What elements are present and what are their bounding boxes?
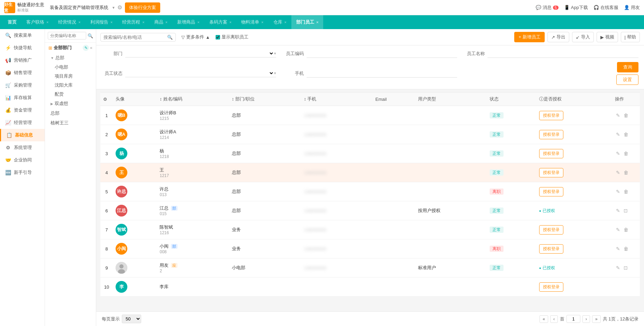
auth-btn[interactable]: 授权登录 <box>539 244 563 254</box>
tab-employee[interactable]: 部门员工 × <box>291 15 323 29</box>
auth-btn[interactable]: 授权登录 <box>539 187 563 196</box>
auth-btn[interactable]: 授权登录 <box>539 168 563 177</box>
online-service-action[interactable]: 🎧 在线客服 <box>593 5 618 11</box>
tab-customer[interactable]: 客户联络 × <box>21 15 53 29</box>
status-select-wrapper[interactable]: ▾ <box>125 70 276 77</box>
delete-icon[interactable]: 🗑 <box>624 227 628 232</box>
status-select[interactable] <box>125 70 274 76</box>
delete-icon[interactable]: 🗑 <box>624 113 628 118</box>
tab-close-barcode[interactable]: × <box>229 20 232 24</box>
th-phone[interactable]: ↕ 手机 <box>301 92 373 106</box>
auth-btn[interactable]: 授权登录 <box>539 130 563 139</box>
dept-item-projectroom[interactable]: 项目库房 <box>52 72 96 81</box>
message-action[interactable]: 💬 消息 5 <box>536 5 559 11</box>
dept-search-icon[interactable]: 🔍 <box>88 33 93 38</box>
sidebar-item-management[interactable]: 📈 经营管理 <box>0 116 45 129</box>
auth-btn[interactable]: 授权登录 <box>539 111 563 120</box>
edit-icon[interactable]: ✎ <box>616 170 620 175</box>
delete-icon[interactable]: 🗑 <box>624 246 628 252</box>
dept-item-peihuo[interactable]: 配货 <box>52 90 96 99</box>
edit-icon[interactable]: ✎ <box>616 208 620 213</box>
user-action[interactable]: 👤 用友 <box>624 5 640 11</box>
gear-icon[interactable]: ⚙ <box>117 4 122 11</box>
dept-item-zhishuwangsan[interactable]: 植树王三 <box>46 118 96 128</box>
tab-home[interactable]: 首页 <box>3 15 21 29</box>
tab-barcode[interactable]: 条码方案 × <box>205 15 236 29</box>
reset-button[interactable]: 设置 <box>616 74 638 85</box>
tab-warehouse[interactable]: 仓库 × <box>269 15 291 29</box>
dept-item-root[interactable]: ▼ 总部 <box>46 53 96 63</box>
help-button[interactable]: | 帮助 <box>621 32 640 42</box>
per-page-select[interactable]: 50 20 100 <box>122 315 141 323</box>
copy-icon[interactable]: ⊡ <box>624 208 628 213</box>
sidebar-item-basic[interactable]: 📋 基础信息 <box>0 129 45 141</box>
sidebar-item-system[interactable]: ⚙ 系统管理 <box>0 141 45 154</box>
settings-icon[interactable]: ⚙ <box>103 97 107 102</box>
sidebar-item-finance[interactable]: 💰 资金管理 <box>0 104 45 116</box>
tab-new-goods[interactable]: 新增商品 × <box>172 15 204 29</box>
sidebar-item-collab[interactable]: 🤝 企业协同 <box>0 154 45 166</box>
add-employee-button[interactable]: + 新增员工 <box>514 32 544 42</box>
import-button[interactable]: ↙ 导入 <box>572 32 594 42</box>
show-resigned-checkbox-label[interactable]: 显示离职员工 <box>216 34 248 40</box>
sidebar-item-search[interactable]: 🔍 搜索菜单 <box>0 29 45 42</box>
th-name-code[interactable]: ↕ 姓名/编码 <box>157 92 229 106</box>
sidebar-item-sales[interactable]: 📦 销售管理 <box>0 67 45 79</box>
page-input[interactable] <box>566 315 580 323</box>
sidebar-item-marketing[interactable]: 📢 营销推广 <box>0 54 45 67</box>
dept-edit-btn[interactable]: ✎ <box>83 45 89 51</box>
delete-icon[interactable]: 🗑 <box>624 151 628 156</box>
tab-close-profit[interactable]: × <box>110 20 112 24</box>
show-resigned-checkbox[interactable] <box>216 35 220 39</box>
auth-btn[interactable]: 授权登录 <box>539 225 563 235</box>
dept-search-input[interactable] <box>48 32 86 39</box>
delete-icon[interactable]: 🗑 <box>624 170 628 175</box>
tab-close-journey[interactable]: × <box>142 20 144 24</box>
tab-close-customer[interactable]: × <box>46 20 48 24</box>
next-page-btn[interactable]: › <box>582 315 590 323</box>
sidebar-item-guide[interactable]: 🆕 新手引导 <box>0 166 45 179</box>
edit-icon[interactable]: ✎ <box>616 151 620 156</box>
dept-item-zongbu[interactable]: 总部 <box>46 108 96 118</box>
sidebar-item-purchase[interactable]: 🛒 采购管理 <box>0 79 45 91</box>
dept-select-wrapper[interactable]: ▾ <box>125 50 276 58</box>
auth-btn[interactable]: 授权登录 <box>539 282 563 292</box>
tab-close-bom[interactable]: × <box>261 20 263 24</box>
search-input[interactable] <box>103 35 166 40</box>
copy-icon[interactable]: ⊡ <box>624 265 628 271</box>
tab-operation[interactable]: 经营情况 × <box>53 15 85 29</box>
tab-close-goods[interactable]: × <box>165 20 167 24</box>
employee-code-input[interactable] <box>307 50 457 58</box>
sidebar-item-inventory[interactable]: 📊 库存核算 <box>0 91 45 104</box>
tab-close-newgoods[interactable]: × <box>197 20 199 24</box>
dept-item-shenyang[interactable]: 沈阳大库 <box>52 81 96 90</box>
phone-input[interactable] <box>307 69 457 78</box>
view-button[interactable]: ▶ 视频 <box>597 32 618 42</box>
first-page-btn[interactable]: « <box>539 315 548 323</box>
delete-icon[interactable]: 🗑 <box>624 189 628 194</box>
employee-name-input[interactable] <box>488 50 638 58</box>
query-button[interactable]: 查询 <box>617 62 638 72</box>
filter-more-btn[interactable]: ▽ 更多条件 ▲ <box>179 33 213 42</box>
sidebar-item-quicknav[interactable]: ⚡ 快捷导航 <box>0 42 45 54</box>
prev-page-btn[interactable]: ‹ <box>550 315 558 323</box>
dept-select[interactable] <box>125 51 274 56</box>
dept-collapse-btn[interactable]: « <box>90 45 92 50</box>
tab-goods[interactable]: 商品 × <box>149 15 172 29</box>
trial-button[interactable]: 体验行业方案 <box>125 2 160 13</box>
auth-btn[interactable]: 授权登录 <box>539 149 563 158</box>
edit-icon[interactable]: ✎ <box>616 265 620 271</box>
all-dept-label[interactable]: 全部部门 <box>54 45 72 51</box>
edit-icon[interactable]: ✎ <box>616 113 620 118</box>
tab-close-employee[interactable]: × <box>316 20 318 24</box>
search-icon[interactable]: 🔍 <box>167 35 173 40</box>
tab-close-operation[interactable]: × <box>78 20 80 24</box>
edit-icon[interactable]: ✎ <box>616 132 620 137</box>
tab-bom[interactable]: 物料清单 × <box>236 15 268 29</box>
last-page-btn[interactable]: » <box>592 315 601 323</box>
th-settings[interactable]: ⚙ <box>100 92 113 106</box>
app-download-action[interactable]: 📱 App下载 <box>564 5 588 11</box>
tab-journey[interactable]: 经营历程 × <box>117 15 149 29</box>
dept-item-shuangxuxiang[interactable]: ▶ 双虚想 <box>46 99 96 108</box>
edit-icon[interactable]: ✎ <box>616 189 620 194</box>
